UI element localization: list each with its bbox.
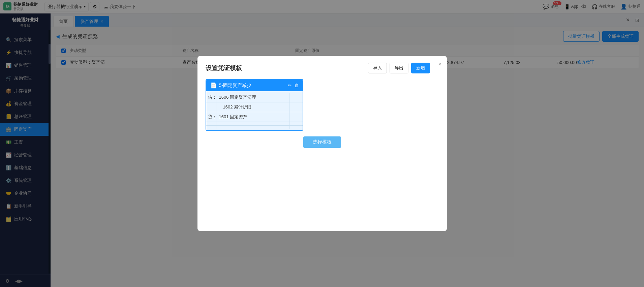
export-button[interactable]: 导出 bbox=[390, 63, 408, 73]
entry-row-1: 借： 1606 固定资产清理 bbox=[206, 93, 303, 102]
entry-credit-1 bbox=[289, 93, 303, 102]
modal-body: 📄 5-固定资产减少 ✏ 🗑 bbox=[206, 79, 439, 223]
entry-debit-3 bbox=[276, 112, 289, 122]
entry-debit-1 bbox=[276, 93, 289, 102]
template-card-body: 借： 1606 固定资产清理 bbox=[206, 91, 303, 130]
empty-account-2 bbox=[216, 126, 276, 129]
document-icon: 📄 bbox=[210, 82, 217, 89]
template-modal: 设置凭证模板 × 导入 导出 新增 bbox=[197, 56, 447, 231]
template-card-title: 📄 5-固定资产减少 bbox=[210, 82, 251, 89]
entry-debit-2 bbox=[276, 102, 289, 112]
entry-credit-3 bbox=[289, 112, 303, 122]
template-id-name: 5-固定资产减少 bbox=[219, 83, 251, 89]
empty-debit bbox=[276, 122, 289, 125]
content-area: 首页 资产管理 × × ⊡ ◀ 生成的凭证预 bbox=[51, 13, 644, 287]
entry-account-2: 1602 累计折旧 bbox=[216, 102, 276, 112]
modal-toolbar: 导入 导出 新增 bbox=[368, 63, 430, 73]
page-wrapper: ◀ 生成的凭证预览 批量凭证模板 全部生成凭证 变动类型 资产名称 bbox=[51, 27, 644, 287]
empty-debit-2 bbox=[276, 126, 289, 129]
modal-close-button[interactable]: × bbox=[438, 61, 441, 67]
entry-type-1: 借： bbox=[206, 93, 216, 102]
empty-account bbox=[216, 122, 276, 125]
app-container: 畅 畅捷通好业财 普及版 医疗器械行业演示 ▾ ⚙ ☁ 我要体验一下 💬 消息 … bbox=[0, 0, 644, 287]
edit-template-button[interactable]: ✏ bbox=[288, 83, 292, 88]
empty-type-2 bbox=[206, 126, 216, 129]
empty-credit-2 bbox=[289, 126, 303, 129]
template-card-header: 📄 5-固定资产减少 ✏ 🗑 bbox=[206, 79, 303, 91]
template-card-actions: ✏ 🗑 bbox=[288, 83, 299, 88]
entry-row-2: 1602 累计折旧 bbox=[206, 102, 303, 112]
delete-template-button[interactable]: 🗑 bbox=[294, 83, 299, 88]
entry-row-3: 贷： 1601 固定资产 bbox=[206, 112, 303, 122]
select-template-button[interactable]: 选择模板 bbox=[303, 136, 341, 148]
empty-credit bbox=[289, 122, 303, 125]
new-template-button[interactable]: 新增 bbox=[411, 63, 430, 73]
entry-row-empty-2 bbox=[206, 126, 303, 129]
entry-credit-2 bbox=[289, 102, 303, 112]
empty-type bbox=[206, 122, 216, 125]
main-area: 畅捷通好业财 普及版 🔍 搜索菜单 ⚡ 快捷导航 📊 bbox=[0, 13, 644, 287]
select-template-area: 选择模板 bbox=[206, 136, 439, 148]
entry-account-1: 1606 固定资产清理 bbox=[216, 93, 276, 102]
import-button[interactable]: 导入 bbox=[368, 63, 387, 73]
entry-row-empty-1 bbox=[206, 122, 303, 126]
modal-overlay: 设置凭证模板 × 导入 导出 新增 bbox=[51, 27, 644, 287]
entry-account-3: 1601 固定资产 bbox=[216, 112, 276, 122]
template-card: 📄 5-固定资产减少 ✏ 🗑 bbox=[206, 79, 303, 131]
entry-type-3: 贷： bbox=[206, 112, 216, 122]
entry-type-2 bbox=[206, 102, 216, 112]
